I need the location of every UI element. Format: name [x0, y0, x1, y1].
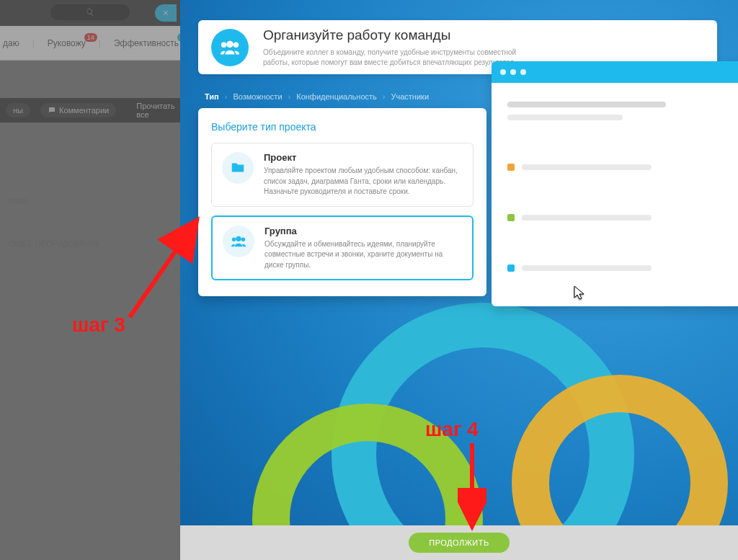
window-dot [500, 69, 506, 75]
list-item[interactable]: еска) [9, 196, 172, 205]
skeleton-line [522, 265, 652, 271]
crumb-privacy[interactable]: Конфиденциальность [296, 92, 377, 101]
tab-lead[interactable]: Руковожу 14 [48, 38, 86, 48]
project-type-card: Выберите тип проекта Проект Управляйте п… [198, 108, 486, 296]
skeleton-line [522, 215, 652, 221]
chevron-right-icon: › [225, 92, 228, 101]
list-item[interactable]: ОЩЕЕ ОБОРУДОВАНИЕ [9, 239, 172, 248]
left-tabs: даю | Руковожу 14 | Эффективность 86% | … [0, 26, 180, 61]
skeleton-line [522, 164, 652, 170]
tab-efficiency[interactable]: Эффективность 86% [114, 38, 179, 48]
tab-efficiency-label: Эффективность [114, 38, 179, 48]
crumb-capabilities[interactable]: Возможности [233, 92, 282, 101]
option-group-desc: Обсуждайте и обменивайтесь идеями, плани… [264, 239, 462, 271]
comments-icon [48, 106, 56, 115]
color-chip-orange [507, 164, 515, 171]
left-topbar [0, 0, 180, 26]
close-panel-button[interactable] [155, 4, 177, 22]
group-icon [223, 226, 254, 257]
option-project[interactable]: Проект Управляйте проектом любым удобным… [211, 143, 474, 207]
crumb-members[interactable]: Участники [391, 92, 430, 101]
color-chip-green [507, 214, 515, 221]
modal-backdrop: Организуйте работу команды Объедините ко… [180, 0, 738, 560]
option-group-title: Группа [264, 226, 462, 236]
comments-pill[interactable]: Комментарии [40, 103, 116, 117]
option-project-title: Проект [264, 152, 463, 163]
left-task-list: еска) ОЩЕЕ ОБОРУДОВАНИЕ [0, 123, 180, 300]
left-background-panel: даю | Руковожу 14 | Эффективность 86% | … [0, 0, 180, 560]
footer-bar: ПРОДОЛЖИТЬ [180, 525, 738, 560]
search-input[interactable] [50, 4, 130, 20]
skeleton-line [507, 115, 623, 120]
window-dot [520, 69, 526, 75]
badge-tasks-count: 14 [84, 33, 97, 42]
continue-button[interactable]: ПРОДОЛЖИТЬ [409, 533, 509, 553]
option-project-desc: Управляйте проектом любым удобным способ… [264, 166, 463, 197]
hero-title: Организуйте работу команды [263, 27, 537, 43]
filter-pill[interactable]: ны [6, 103, 30, 117]
folder-icon [222, 152, 254, 184]
preview-window [492, 61, 738, 306]
chevron-right-icon: › [383, 92, 386, 101]
team-icon [211, 29, 249, 66]
comments-label: Комментарии [59, 106, 109, 115]
tab-lead-label: Руковожу [48, 38, 86, 48]
close-icon [161, 9, 170, 17]
crumb-type[interactable]: Тип [205, 92, 219, 101]
tab-create[interactable]: даю [3, 38, 19, 48]
option-group[interactable]: Группа Обсуждайте и обменивайтесь идеями… [211, 215, 474, 281]
skeleton-line [507, 102, 666, 107]
left-subbar: ны Комментарии Прочитать все [0, 98, 180, 123]
chevron-right-icon: › [288, 92, 291, 101]
search-icon [86, 8, 94, 17]
select-card-title: Выберите тип проекта [211, 121, 474, 133]
window-dot [510, 69, 516, 75]
preview-titlebar [492, 61, 738, 83]
read-all-link[interactable]: Прочитать все [136, 102, 174, 119]
color-chip-blue [507, 265, 515, 272]
preview-body [492, 83, 738, 290]
breadcrumb: Тип › Возможности › Конфиденциальность ›… [205, 92, 429, 101]
